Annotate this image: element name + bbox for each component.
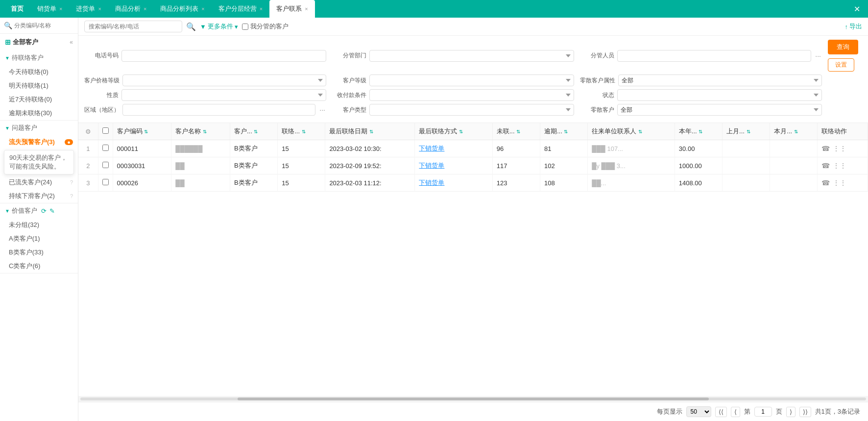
col-last-date[interactable]: 最后联络日期 ⇅ bbox=[325, 123, 415, 140]
tab-customer-layer[interactable]: 客户分层经营 × bbox=[212, 0, 269, 18]
sidebar-group-pending-title[interactable]: ▼ 待联络客户 bbox=[0, 50, 78, 65]
retail-attr-select[interactable]: 全部 bbox=[618, 74, 822, 86]
sort-icon: ⇅ bbox=[638, 129, 642, 134]
select-all-checkbox[interactable] bbox=[102, 127, 109, 134]
sidebar-group-value-title[interactable]: ▼ 价值客户 ⟳ ✎ bbox=[0, 203, 78, 218]
row-last-method[interactable]: 下销货单 bbox=[415, 140, 492, 157]
settings-button[interactable]: 设置 bbox=[828, 58, 854, 72]
row-last-month bbox=[723, 140, 770, 157]
table-settings-icon[interactable]: ⚙ bbox=[78, 123, 98, 140]
close-icon[interactable]: × bbox=[98, 6, 101, 12]
more-actions-icon[interactable]: ⋮⋮ bbox=[833, 179, 846, 187]
contact-icon[interactable]: ☎ bbox=[821, 162, 830, 170]
close-icon[interactable]: × bbox=[260, 6, 263, 12]
close-icon[interactable]: × bbox=[305, 6, 308, 12]
first-page-button[interactable]: ⟨⟨ bbox=[715, 407, 727, 417]
prev-page-button[interactable]: ⟨ bbox=[731, 407, 740, 417]
col-overdue[interactable]: 逾期... ⇅ bbox=[540, 123, 587, 140]
row-last-method[interactable]: 下销货单 bbox=[415, 157, 492, 174]
tab-goods-list[interactable]: 商品分析列表 × bbox=[153, 0, 211, 18]
more-actions-icon[interactable]: ⋮⋮ bbox=[833, 162, 846, 170]
sidebar-item-churn-warning[interactable]: 流失预警客户(3) ● bbox=[0, 135, 78, 149]
my-customers-checkbox-label[interactable]: 我分管的客户 bbox=[242, 22, 289, 31]
sidebar-root-header[interactable]: ⊞ 全部客户 « bbox=[0, 34, 78, 50]
cust-grade-select[interactable] bbox=[369, 74, 574, 86]
col-year-amount[interactable]: 本年... ⇅ bbox=[675, 123, 722, 140]
row-last-method[interactable]: 下销货单 bbox=[415, 174, 492, 192]
col-contact-person[interactable]: 往来单位联系人 ⇅ bbox=[588, 123, 675, 140]
more-actions-icon[interactable]: ⋮⋮ bbox=[833, 145, 846, 152]
col-name[interactable]: 客户名称 ⇅ bbox=[171, 123, 230, 140]
sidebar-item-tomorrow[interactable]: 明天待联络(1) bbox=[0, 79, 78, 93]
row-checkbox[interactable] bbox=[102, 162, 109, 168]
horizontal-scrollbar[interactable] bbox=[78, 396, 868, 402]
person-input[interactable] bbox=[617, 50, 811, 62]
row-code: 00030031 bbox=[113, 157, 171, 174]
my-customers-checkbox[interactable] bbox=[242, 24, 248, 30]
more-dots-icon[interactable]: ··· bbox=[814, 52, 822, 60]
query-button[interactable]: 查询 bbox=[828, 40, 858, 54]
per-page-select[interactable]: 50 100 bbox=[686, 406, 711, 417]
sidebar-item-c-class[interactable]: C类客户(6) bbox=[0, 259, 78, 273]
sidebar-item-overdue[interactable]: 逾期未联络(30) bbox=[0, 106, 78, 120]
more-conditions-button[interactable]: ▼ 更多条件 ▾ bbox=[200, 22, 238, 31]
gender-select[interactable] bbox=[121, 89, 326, 101]
sidebar-item-ungrouped[interactable]: 未分组(32) bbox=[0, 218, 78, 232]
sidebar-item-today[interactable]: 今天待联络(0) bbox=[0, 65, 78, 79]
col-this-month[interactable]: 本月... ⇅ bbox=[770, 123, 818, 140]
collapse-icon[interactable]: « bbox=[70, 39, 73, 46]
adv-row-4: 区域（地区） ··· 客户类型 零散客户 全部 bbox=[84, 104, 862, 116]
tab-purchase[interactable]: 进货单 × bbox=[69, 0, 108, 18]
contact-icon[interactable]: ☎ bbox=[821, 145, 830, 152]
col-unlink-days[interactable]: 未联... ⇅ bbox=[492, 123, 540, 140]
export-button[interactable]: ↑ 导出 bbox=[845, 22, 863, 31]
col-code[interactable]: 客户编码 ⇅ bbox=[113, 123, 171, 140]
close-icon[interactable]: × bbox=[144, 6, 146, 12]
page-number-input[interactable] bbox=[754, 407, 772, 417]
row-this-month bbox=[770, 157, 818, 174]
close-window-button[interactable]: ✕ bbox=[850, 4, 864, 14]
refresh-icon[interactable]: ⟳ bbox=[41, 207, 47, 215]
next-page-button[interactable]: ⟩ bbox=[786, 407, 796, 417]
payment-select[interactable] bbox=[369, 89, 574, 101]
phone-input[interactable] bbox=[121, 50, 326, 62]
col-cust-type[interactable]: 客户... ⇅ bbox=[230, 123, 277, 140]
sidebar-search-input[interactable] bbox=[14, 22, 78, 29]
row-checkbox[interactable] bbox=[102, 179, 109, 185]
phone-field: 电话号码 bbox=[84, 50, 326, 62]
main-search-button[interactable]: 🔍 bbox=[186, 22, 196, 31]
edit-icon[interactable]: ✎ bbox=[49, 207, 55, 215]
col-last-month[interactable]: 上月... ⇅ bbox=[723, 123, 770, 140]
region-input[interactable] bbox=[122, 104, 315, 116]
phone-label: 电话号码 bbox=[84, 51, 119, 60]
sidebar-item-7days[interactable]: 近7天待联络(0) bbox=[0, 93, 78, 106]
tab-sales[interactable]: 销货单 × bbox=[30, 0, 69, 18]
price-grade-select[interactable] bbox=[122, 74, 326, 86]
retail-select[interactable]: 全部 bbox=[617, 104, 822, 116]
tab-home[interactable]: 首页 bbox=[4, 0, 30, 18]
col-contact[interactable]: 联络... ⇅ bbox=[278, 123, 325, 140]
close-icon[interactable]: × bbox=[201, 6, 204, 12]
tab-customer-contact[interactable]: 客户联系 × bbox=[269, 0, 314, 18]
col-last-method[interactable]: 最后联络方式 ⇅ bbox=[415, 123, 492, 140]
sidebar-item-b-class[interactable]: B类客户(33) bbox=[0, 246, 78, 259]
sidebar-item-declining[interactable]: 持续下滑客户(2) ? bbox=[0, 189, 78, 203]
contact-icon[interactable]: ☎ bbox=[821, 179, 830, 187]
sidebar-item-churned[interactable]: 已流失客户(24) ? bbox=[0, 175, 78, 189]
sort-icon: ⇅ bbox=[564, 129, 568, 134]
per-page-label: 每页显示 bbox=[657, 407, 682, 416]
sidebar-group-problem-title[interactable]: ▼ 问题客户 bbox=[0, 121, 78, 135]
dept-select[interactable] bbox=[369, 50, 574, 62]
region-more-icon[interactable]: ··· bbox=[318, 106, 326, 114]
main-search-input[interactable] bbox=[84, 21, 182, 32]
last-page-button[interactable]: ⟩⟩ bbox=[799, 407, 811, 417]
status-select[interactable] bbox=[617, 89, 822, 101]
close-icon[interactable]: × bbox=[59, 6, 62, 12]
row-name: ██ bbox=[171, 174, 230, 192]
retail-attr-label: 零散客户属性 bbox=[580, 76, 615, 85]
cust-type-select[interactable] bbox=[369, 104, 574, 116]
tab-goods-analysis[interactable]: 商品分析 × bbox=[108, 0, 153, 18]
row-checkbox[interactable] bbox=[102, 145, 109, 151]
scrollbar-thumb[interactable] bbox=[238, 397, 709, 400]
sidebar-item-a-class[interactable]: A类客户(1) bbox=[0, 232, 78, 246]
